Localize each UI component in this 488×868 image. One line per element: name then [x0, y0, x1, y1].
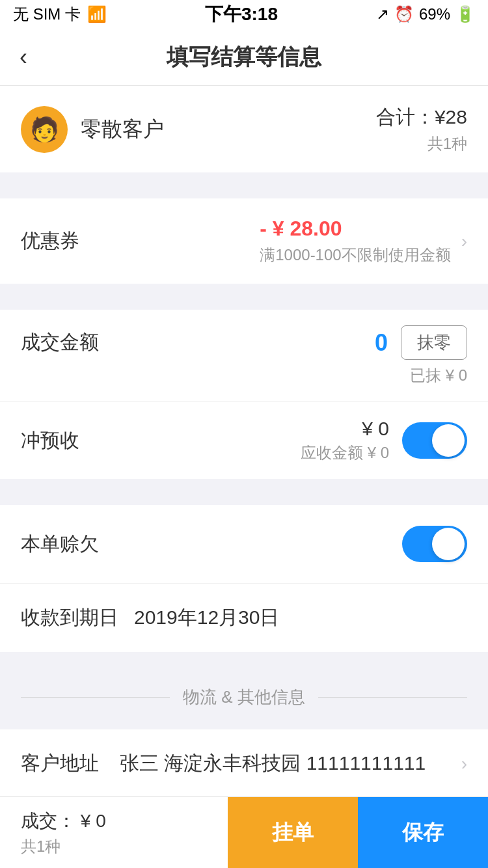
customer-right: 合计：¥28 共1种 [376, 104, 467, 154]
debt-toggle-knob [432, 528, 465, 560]
battery-label: 69% [419, 5, 450, 23]
charge-top: 冲预收 ¥ 0 应收金额 ¥ 0 [21, 418, 467, 463]
bottom-info: 成交： ¥ 0 共1种 [0, 809, 228, 857]
debt-toggle[interactable] [402, 526, 467, 562]
wifi-icon: 📶 [87, 5, 107, 23]
coupon-section[interactable]: 优惠券 - ¥ 28.00 满1000-100不限制使用金额 › [0, 198, 488, 284]
charge-label: 冲预收 [21, 427, 79, 454]
alarm-icon: ⏰ [394, 5, 414, 23]
hang-order-button[interactable]: 挂单 [228, 797, 358, 869]
debt-label: 本单赊欠 [21, 531, 99, 558]
coupon-right: - ¥ 28.00 满1000-100不限制使用金额 › [260, 217, 467, 265]
save-button[interactable]: 保存 [358, 797, 488, 869]
battery-icon: 🔋 [455, 5, 475, 23]
transaction-top: 成交金额 0 抹零 [21, 325, 467, 360]
charge-sub-value: 应收金额 ¥ 0 [301, 442, 389, 463]
status-right: ↗ ⏰ 69% 🔋 [376, 5, 475, 23]
status-left: 无 SIM 卡 📶 [13, 4, 107, 25]
coupon-chevron: › [461, 231, 467, 252]
total-amount: 合计：¥28 [376, 104, 467, 131]
due-date-value: 2019年12月30日 [134, 604, 279, 631]
charge-row: 冲预收 ¥ 0 应收金额 ¥ 0 [0, 401, 488, 479]
transaction-label: 成交金额 [21, 329, 99, 356]
transaction-row: 成交金额 0 抹零 已抹 ¥ 0 [0, 310, 488, 401]
content-area: 🧑 零散客户 合计：¥28 共1种 优惠券 - ¥ 28.00 满1000-10… [0, 86, 488, 868]
bottom-count-label: 共1种 [21, 836, 207, 857]
charge-right: ¥ 0 应收金额 ¥ 0 [301, 418, 467, 463]
payment-section: 成交金额 0 抹零 已抹 ¥ 0 冲预收 ¥ 0 应收金额 ¥ 0 [0, 310, 488, 479]
status-bar: 无 SIM 卡 📶 下午3:18 ↗ ⏰ 69% 🔋 [0, 0, 488, 29]
logistics-divider: 物流 & 其他信息 [0, 665, 488, 729]
total-count: 共1种 [376, 133, 467, 154]
customer-section: 🧑 零散客户 合计：¥28 共1种 [0, 86, 488, 172]
coupon-value-block: - ¥ 28.00 满1000-100不限制使用金额 [260, 217, 450, 265]
carrier-label: 无 SIM 卡 [13, 4, 81, 25]
customer-left: 🧑 零散客户 [21, 106, 164, 153]
customer-name: 零散客户 [81, 115, 164, 144]
transaction-amount: 0 [375, 329, 388, 357]
divider-text: 物流 & 其他信息 [183, 686, 305, 709]
coupon-row[interactable]: 优惠券 - ¥ 28.00 满1000-100不限制使用金额 › [0, 198, 488, 284]
debt-section: 本单赊欠 收款到期日 2019年12月30日 [0, 505, 488, 652]
address-row[interactable]: 客户地址 张三 海淀永丰科技园 11111111111 › [0, 729, 488, 798]
avatar: 🧑 [21, 106, 68, 153]
charge-main-value: ¥ 0 [362, 418, 389, 440]
date-row: 收款到期日 2019年12月30日 [0, 584, 488, 652]
time-label: 下午3:18 [205, 2, 278, 27]
charge-toggle-knob [432, 424, 465, 457]
address-value: 张三 海淀永丰科技园 11111111111 [120, 750, 461, 777]
coupon-value: - ¥ 28.00 [260, 217, 450, 241]
address-label: 客户地址 [21, 750, 99, 777]
charge-toggle[interactable] [402, 422, 467, 459]
divider-line-right [318, 697, 467, 698]
round-zero-button[interactable]: 抹零 [401, 325, 467, 360]
divider-line-left [21, 697, 170, 698]
due-date-label: 收款到期日 [21, 604, 118, 631]
charge-values: ¥ 0 应收金额 ¥ 0 [301, 418, 389, 463]
address-section[interactable]: 客户地址 张三 海淀永丰科技园 11111111111 › [0, 729, 488, 798]
customer-row: 🧑 零散客户 合计：¥28 共1种 [0, 86, 488, 172]
avatar-icon: 🧑 [30, 116, 59, 143]
bottom-deal-label: 成交： ¥ 0 [21, 809, 207, 834]
location-icon: ↗ [376, 5, 389, 23]
back-button[interactable]: ‹ [20, 44, 27, 71]
transaction-sub: 已抹 ¥ 0 [21, 365, 467, 386]
coupon-sub: 满1000-100不限制使用金额 [260, 245, 450, 265]
transaction-right: 0 抹零 [375, 325, 467, 360]
page-title: 填写结算等信息 [167, 42, 321, 72]
bottom-bar: 成交： ¥ 0 共1种 挂单 保存 [0, 796, 488, 868]
debt-row: 本单赊欠 [0, 505, 488, 584]
nav-bar: ‹ 填写结算等信息 [0, 29, 488, 86]
coupon-label: 优惠券 [21, 228, 79, 254]
address-chevron: › [461, 753, 467, 774]
